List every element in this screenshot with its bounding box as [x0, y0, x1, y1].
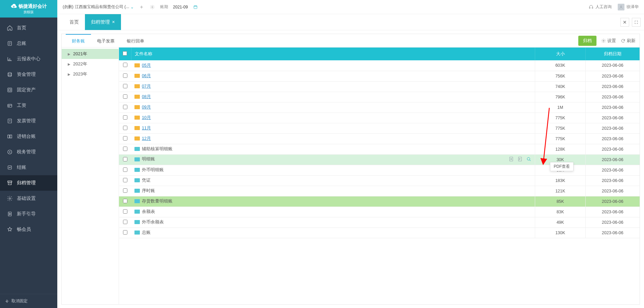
row-checkbox[interactable]: [123, 230, 127, 235]
file-icon: [134, 230, 140, 235]
svg-point-20: [603, 40, 604, 41]
row-checkbox[interactable]: [123, 126, 127, 130]
sidebar-item-psi[interactable]: 进销台账: [0, 129, 57, 144]
row-checkbox[interactable]: [123, 84, 127, 88]
subtab-0[interactable]: 财务账: [66, 34, 91, 48]
table-row[interactable]: 余额表 83K 2023-06-06: [119, 207, 640, 217]
table-row[interactable]: 12月 775K 2023-06-06: [119, 133, 640, 144]
brand-name: 畅捷通好会计: [19, 3, 47, 9]
user-name: 徐泽华: [626, 4, 639, 10]
sidebar-item-ledger[interactable]: 总账: [0, 36, 57, 51]
chevron-down-icon: ⌄: [130, 5, 134, 9]
company-selector[interactable]: (勿删) 江西服宝精品有限责任公司 (... ⌄: [63, 4, 134, 10]
tree-label: 2022年: [73, 61, 87, 67]
sidebar-unpin[interactable]: 取消固定: [0, 294, 57, 308]
sidebar-item-fixed[interactable]: 固定资产: [0, 82, 57, 98]
table-row[interactable]: 11月 775K 2023-06-06: [119, 123, 640, 133]
file-link[interactable]: 05月: [142, 63, 151, 68]
row-checkbox[interactable]: [123, 105, 127, 109]
tab-close-button[interactable]: ✕: [620, 18, 629, 27]
close-icon[interactable]: ✕: [112, 20, 115, 24]
download-pdf-icon[interactable]: [517, 156, 523, 163]
file-icon: [134, 168, 140, 172]
sidebar-item-archive[interactable]: 归档管理: [0, 175, 57, 191]
svg-point-12: [9, 198, 11, 199]
user-menu[interactable]: 徐泽华: [618, 4, 639, 10]
expand-icon: [634, 20, 638, 24]
svg-point-1: [8, 72, 12, 74]
table-row[interactable]: 10月 775K 2023-06-06: [119, 113, 640, 123]
row-checkbox[interactable]: [123, 115, 127, 120]
table-row[interactable]: 05月 603K 2023-06-06: [119, 60, 640, 71]
pdf-view-icon[interactable]: [526, 156, 531, 163]
table-row[interactable]: 总账 130K 2023-06-06: [119, 227, 640, 238]
row-checkbox[interactable]: [123, 157, 127, 161]
row-checkbox[interactable]: [123, 136, 127, 141]
file-link[interactable]: 07月: [142, 84, 151, 89]
sidebar-item-funds[interactable]: 资金管理: [0, 67, 57, 82]
table-row[interactable]: 06月 756K 2023-06-06: [119, 71, 640, 81]
sidebar-item-label: 归档管理: [17, 180, 36, 186]
tree-year-1[interactable]: ▶2022年: [62, 59, 119, 69]
archive-icon: [7, 180, 13, 186]
row-checkbox[interactable]: [123, 94, 127, 99]
sidebar-item-member[interactable]: 畅会员: [0, 222, 57, 237]
sidebar-item-label: 税务管理: [17, 149, 36, 155]
settings-link[interactable]: 设置: [601, 38, 616, 44]
file-link[interactable]: 06月: [142, 73, 151, 79]
sidebar-item-tax[interactable]: 税务管理: [0, 144, 57, 160]
sidebar-item-settings[interactable]: 基础设置: [0, 191, 57, 206]
file-size: 775K: [535, 133, 586, 144]
col-check-header[interactable]: [119, 48, 131, 60]
tab-0[interactable]: 首页: [63, 14, 85, 30]
company-settings-button[interactable]: [149, 4, 155, 10]
archive-button[interactable]: 归档: [578, 36, 596, 46]
file-link[interactable]: 12月: [142, 136, 151, 142]
sidebar-item-invoice[interactable]: 发票管理: [0, 113, 57, 129]
table-row[interactable]: 外币余额表 49K 2023-06-06: [119, 217, 640, 227]
sidebar-item-guide[interactable]: 新手引导: [0, 206, 57, 222]
row-checkbox[interactable]: [123, 63, 127, 67]
tab-1[interactable]: 归档管理✕: [85, 14, 121, 30]
fullscreen-button[interactable]: [632, 18, 641, 27]
refresh-link[interactable]: 刷新: [621, 38, 636, 44]
tree-year-2[interactable]: ▶2023年: [62, 69, 119, 79]
subtab-1[interactable]: 电子发票: [91, 34, 121, 48]
sidebar-item-salary[interactable]: 工资: [0, 98, 57, 113]
file-link[interactable]: 08月: [142, 94, 151, 100]
file-link[interactable]: 10月: [142, 115, 151, 121]
row-checkbox[interactable]: [123, 220, 127, 224]
avatar: [618, 4, 624, 10]
period-value[interactable]: 2021-09: [173, 5, 188, 9]
table-row[interactable]: 存货数量明细账 85K 2023-06-06: [119, 196, 640, 207]
archive-date: 2023-06-06: [586, 186, 640, 196]
row-checkbox[interactable]: [123, 188, 127, 193]
sidebar-item-reports[interactable]: 云报表中心: [0, 51, 57, 67]
file-size: 83K: [535, 207, 586, 217]
row-checkbox[interactable]: [123, 199, 127, 203]
add-company-button[interactable]: [139, 4, 145, 10]
period-picker-button[interactable]: [192, 4, 198, 10]
download-excel-icon[interactable]: [509, 156, 514, 163]
row-checkbox[interactable]: [123, 209, 127, 214]
table-row[interactable]: 辅助核算明细账 128K 2023-06-06: [119, 144, 640, 154]
table-row[interactable]: 09月 1M 2023-06-06: [119, 102, 640, 113]
folder-icon: [134, 136, 140, 141]
table-row[interactable]: 07月 740K 2023-06-06: [119, 81, 640, 92]
file-link[interactable]: 11月: [142, 125, 151, 131]
file-table-wrap: 文件名称 大小 归档日期 05月 603K 2023-06-06 06月 756…: [119, 48, 640, 304]
table-row[interactable]: 凭证 183K 2023-06-06: [119, 175, 640, 186]
sidebar-item-close[interactable]: 结账: [0, 160, 57, 175]
row-checkbox[interactable]: [123, 178, 127, 182]
row-checkbox[interactable]: [123, 167, 127, 172]
select-all-checkbox[interactable]: [123, 51, 127, 56]
support-link[interactable]: 人工咨询: [589, 4, 612, 10]
row-checkbox[interactable]: [123, 73, 127, 78]
subtab-2[interactable]: 银行回单: [121, 34, 150, 48]
sidebar-item-home[interactable]: 首页: [0, 20, 57, 36]
table-row[interactable]: 序时账 121K 2023-06-06: [119, 186, 640, 196]
row-checkbox[interactable]: [123, 147, 127, 151]
file-link[interactable]: 09月: [142, 104, 151, 110]
table-row[interactable]: 08月 796K 2023-06-06: [119, 92, 640, 102]
tree-year-0[interactable]: ▶2021年: [62, 49, 119, 59]
